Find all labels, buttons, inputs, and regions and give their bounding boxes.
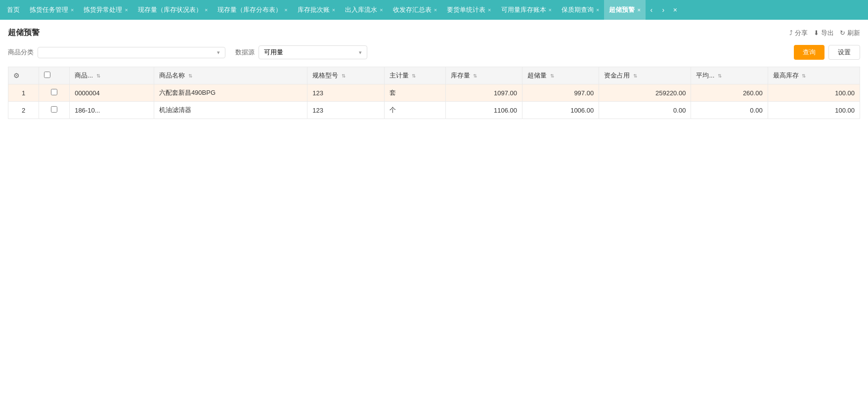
action-buttons: 查询 设置 (794, 45, 860, 60)
close-icon[interactable]: × (549, 7, 552, 13)
row-checkbox-cell (39, 102, 70, 119)
col-header-unit[interactable]: 主计量 ⇅ (384, 67, 445, 84)
col-header-over[interactable]: 超储量 ⇅ (522, 67, 599, 84)
page-title: 超储预警 (8, 28, 40, 38)
select-all-checkbox[interactable] (44, 72, 50, 78)
close-icon[interactable]: × (488, 7, 491, 13)
sort-icon: ⇅ (718, 73, 722, 79)
datasource-filter-group: 数据源 可用量 ▾ (235, 45, 367, 59)
close-icon[interactable]: × (596, 7, 599, 13)
row-avg: 260.00 (691, 84, 768, 102)
close-icon[interactable]: × (380, 7, 383, 13)
close-icon[interactable]: × (71, 7, 74, 13)
row-stock: 1106.00 (445, 102, 522, 119)
close-icon[interactable]: × (637, 7, 640, 13)
chevron-down-icon: ▾ (359, 49, 362, 56)
filter-row: 商品分类 ▾ 数据源 可用量 ▾ 查询 设置 (8, 45, 860, 60)
row-maxstock: 100.00 (768, 84, 860, 102)
share-button[interactable]: ⤴ 分享 (789, 29, 808, 38)
row-stock: 1097.00 (445, 84, 522, 102)
row-num: 1 (8, 84, 39, 102)
sort-icon: ⇅ (188, 73, 192, 79)
row-checkbox-cell (39, 84, 70, 102)
sort-icon: ⇅ (633, 73, 637, 79)
nav-arrow-left[interactable]: ‹ (646, 0, 657, 20)
nav-item-task[interactable]: 拣货任务管理 × (25, 0, 79, 20)
nav-item-inventory-status[interactable]: 现存量（库存状况表） × (133, 0, 213, 20)
col-header-name[interactable]: 商品名称 ⇅ (154, 67, 307, 84)
row-capital: 259220.00 (599, 84, 691, 102)
chevron-down-icon: ▾ (217, 49, 220, 56)
table-row: 2 186-10... 机油滤清器 123 个 1106.00 1006.00 … (8, 102, 860, 119)
gear-icon[interactable]: ⚙ (13, 72, 20, 79)
nav-item-home[interactable]: 首页 (2, 0, 25, 20)
row-checkbox[interactable] (51, 106, 57, 113)
nav-item-summary[interactable]: 收发存汇总表 × (388, 0, 442, 20)
refresh-button[interactable]: ↻ 刷新 (840, 29, 860, 38)
col-header-avg[interactable]: 平均... ⇅ (691, 67, 768, 84)
close-icon[interactable]: × (434, 7, 437, 13)
datasource-label: 数据源 (235, 48, 255, 57)
sort-icon: ⇅ (412, 73, 416, 79)
category-select[interactable]: ▾ (38, 47, 225, 58)
top-nav: 首页 拣货任务管理 × 拣货异常处理 × 现存量（库存状况表） × 现存量（库存… (0, 0, 868, 20)
row-name: 机油滤清器 (154, 102, 307, 119)
col-header-code[interactable]: 商品... ⇅ (70, 67, 154, 84)
export-button[interactable]: ⬇ 导出 (814, 29, 834, 38)
col-header-stock[interactable]: 库存量 ⇅ (445, 67, 522, 84)
row-unit: 个 (384, 102, 445, 119)
datasource-value: 可用量 (264, 48, 283, 57)
close-icon[interactable]: × (332, 7, 335, 13)
settings-button[interactable]: 设置 (828, 45, 860, 60)
nav-item-inventory-dist[interactable]: 现存量（库存分布表） × (213, 0, 292, 20)
close-icon[interactable]: × (284, 7, 287, 13)
main-content: 超储预警 ⤴ 分享 ⬇ 导出 ↻ 刷新 商品分类 ▾ 数据源 (0, 20, 868, 395)
sort-icon: ⇅ (802, 73, 806, 79)
nav-item-overstock[interactable]: 超储预警 × (604, 0, 645, 20)
nav-item-exception[interactable]: 拣货异常处理 × (79, 0, 132, 20)
row-capital: 0.00 (599, 102, 691, 119)
nav-item-batch[interactable]: 库存批次账 × (293, 0, 340, 20)
refresh-icon: ↻ (840, 29, 845, 37)
row-name: 六配套新昌490BPG (154, 84, 307, 102)
export-icon: ⬇ (814, 29, 819, 37)
nav-item-order-stat[interactable]: 要货单统计表 × (442, 0, 496, 20)
row-num: 2 (8, 102, 39, 119)
data-table: ⚙ 商品... ⇅ 商品名称 ⇅ 规格型号 ⇅ 主计量 (8, 67, 860, 119)
col-header-spec[interactable]: 规格型号 ⇅ (307, 67, 384, 84)
nav-item-flow[interactable]: 出入库流水 × (340, 0, 388, 20)
share-icon: ⤴ (789, 29, 793, 37)
row-code: 186-10... (70, 102, 154, 119)
sort-icon: ⇅ (550, 73, 554, 79)
nav-item-expiry[interactable]: 保质期查询 × (557, 0, 604, 20)
row-spec: 123 (307, 84, 384, 102)
page-header: 超储预警 ⤴ 分享 ⬇ 导出 ↻ 刷新 (8, 28, 860, 38)
row-over: 1006.00 (522, 102, 599, 119)
row-over: 997.00 (522, 84, 599, 102)
datasource-select[interactable]: 可用量 ▾ (259, 45, 367, 59)
close-icon[interactable]: × (125, 7, 128, 13)
sort-icon: ⇅ (473, 73, 477, 79)
col-header-capital[interactable]: 资金占用 ⇅ (599, 67, 691, 84)
nav-item-available[interactable]: 可用量库存账本 × (496, 0, 557, 20)
header-actions: ⤴ 分享 ⬇ 导出 ↻ 刷新 (789, 29, 860, 38)
row-maxstock: 100.00 (768, 102, 860, 119)
row-spec: 123 (307, 102, 384, 119)
col-header-gear: ⚙ (8, 67, 39, 84)
table-row: 1 0000004 六配套新昌490BPG 123 套 1097.00 997.… (8, 84, 860, 102)
col-header-checkbox (39, 67, 70, 84)
nav-arrow-right[interactable]: › (657, 0, 669, 20)
row-checkbox[interactable] (51, 89, 57, 95)
row-avg: 0.00 (691, 102, 768, 119)
row-unit: 套 (384, 84, 445, 102)
row-code: 0000004 (70, 84, 154, 102)
close-icon[interactable]: × (205, 7, 208, 13)
sort-icon: ⇅ (342, 73, 346, 79)
category-filter-group: 商品分类 ▾ (8, 47, 225, 58)
query-button[interactable]: 查询 (794, 45, 825, 60)
category-label: 商品分类 (8, 48, 34, 57)
nav-arrow-more[interactable]: × (669, 0, 681, 20)
sort-icon: ⇅ (96, 73, 100, 79)
col-header-maxstock[interactable]: 最高库存 ⇅ (768, 67, 860, 84)
